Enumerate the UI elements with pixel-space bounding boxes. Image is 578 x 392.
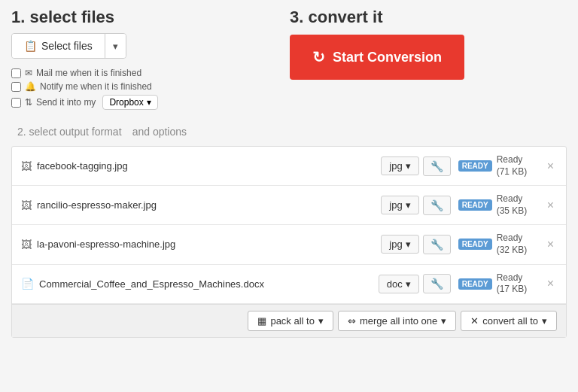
convert-icon: ✕	[470, 315, 479, 327]
ready-info-1: Ready(71 KB)	[497, 154, 528, 178]
format-label-2: jpg	[389, 199, 402, 211]
file-upload-icon: 📋	[24, 40, 37, 52]
convert-arrow: ▾	[542, 315, 547, 327]
dropbox-arrow-icon: ▾	[147, 97, 151, 108]
refresh-icon: ↻	[312, 48, 325, 66]
wrench-icon-3: 🔧	[430, 239, 443, 251]
format-label-4: doc	[387, 278, 403, 290]
table-row: 🖼 rancilio-espresso-maker.jpg jpg ▾ 🔧 RE…	[12, 186, 566, 225]
select-files-group: 📋 Select files ▾	[11, 33, 126, 59]
output-title-text: 2. select output format	[17, 126, 122, 138]
select-files-label: Select files	[41, 40, 93, 52]
ready-badge-2: READY	[458, 199, 492, 211]
format-arrow-2: ▾	[406, 199, 411, 211]
dropbox-button[interactable]: Dropbox ▾	[102, 95, 157, 110]
mail-label: Mail me when it is finished	[36, 68, 141, 78]
close-button-4[interactable]: ×	[544, 277, 557, 290]
send-label: Send it into my	[36, 97, 96, 108]
notify-icon: 🔔	[25, 81, 36, 92]
pack-all-button[interactable]: ▦ pack all to ▾	[248, 311, 333, 331]
start-conversion-label: Start Conversion	[333, 50, 442, 65]
wrench-button-1[interactable]: 🔧	[423, 156, 451, 176]
mail-checkbox[interactable]	[11, 68, 21, 78]
format-arrow-1: ▾	[406, 160, 411, 172]
file-name: rancilio-espresso-maker.jpg	[37, 199, 157, 211]
convert-label: convert all to	[482, 315, 538, 327]
mail-checkbox-item[interactable]: ✉ Mail me when it is finished	[11, 68, 290, 78]
image-file-icon: 🖼	[21, 239, 32, 251]
send-checkbox-item[interactable]: ⇅ Send it into my Dropbox ▾	[11, 95, 290, 110]
format-controls: doc ▾ 🔧	[379, 274, 451, 293]
format-label-1: jpg	[389, 160, 402, 172]
format-controls: jpg ▾ 🔧	[381, 235, 450, 254]
select-files-button[interactable]: 📋 Select files	[12, 34, 105, 58]
merge-arrow: ▾	[441, 315, 446, 327]
file-name: Commercial_Coffee_and_Espresso_Machines.…	[39, 278, 264, 290]
ready-col-4: READY Ready(17 KB)	[458, 272, 541, 296]
ready-badge-4: READY	[458, 278, 492, 290]
step3-title: 3. convert it	[290, 8, 464, 27]
bottom-bar: ▦ pack all to ▾ ⇔ merge all into one ▾ ✕…	[12, 304, 566, 337]
merge-label: merge all into one	[360, 315, 437, 327]
format-controls: jpg ▾ 🔧	[381, 156, 450, 176]
ready-col-3: READY Ready(32 KB)	[458, 232, 541, 256]
send-checkbox[interactable]	[11, 98, 21, 108]
file-name-col: 🖼 la-pavoni-espresso-machine.jpg	[21, 239, 381, 251]
step3-section: 3. convert it ↻ Start Conversion	[290, 8, 464, 80]
wrench-icon-1: 🔧	[430, 160, 443, 172]
ready-info-2: Ready(35 KB)	[497, 193, 528, 217]
format-arrow-4: ▾	[406, 278, 411, 290]
header-row: 1. select files 📋 Select files ▾ ✉ Mail …	[11, 8, 567, 110]
files-table: 🖼 facebook-tagging.jpg jpg ▾ 🔧 READY Rea…	[11, 146, 567, 338]
options-group: ✉ Mail me when it is finished 🔔 Notify m…	[11, 68, 290, 110]
format-select-doc-4[interactable]: doc ▾	[379, 275, 419, 293]
format-arrow-3: ▾	[406, 239, 411, 250]
file-name: la-pavoni-espresso-machine.jpg	[37, 239, 175, 250]
pack-label: pack all to	[270, 315, 315, 327]
ready-info-4: Ready(17 KB)	[497, 272, 528, 296]
ready-info-3: Ready(32 KB)	[497, 232, 528, 256]
main-container: 1. select files 📋 Select files ▾ ✉ Mail …	[0, 0, 578, 345]
wrench-button-4[interactable]: 🔧	[423, 274, 451, 293]
wrench-icon-4: 🔧	[430, 278, 443, 290]
step1-title: 1. select files	[11, 8, 290, 27]
merge-all-button[interactable]: ⇔ merge all into one ▾	[338, 311, 456, 331]
close-button-2[interactable]: ×	[544, 199, 557, 212]
dropbox-label: Dropbox	[109, 97, 143, 108]
table-row: 📄 Commercial_Coffee_and_Espresso_Machine…	[12, 265, 566, 304]
section-right: 3. convert it ↻ Start Conversion	[290, 8, 567, 80]
wrench-button-2[interactable]: 🔧	[423, 196, 451, 215]
wrench-button-3[interactable]: 🔧	[423, 235, 451, 254]
convert-all-button[interactable]: ✕ convert all to ▾	[461, 311, 557, 331]
dropdown-arrow-icon: ▾	[113, 41, 118, 52]
file-name: facebook-tagging.jpg	[37, 160, 128, 172]
ready-col-1: READY Ready(71 KB)	[458, 154, 541, 178]
notify-checkbox[interactable]	[11, 82, 21, 92]
format-label-3: jpg	[389, 239, 402, 250]
wrench-icon-2: 🔧	[430, 199, 443, 211]
start-conversion-button[interactable]: ↻ Start Conversion	[290, 35, 464, 80]
output-subtitle-text: and options	[132, 126, 187, 138]
pack-icon: ▦	[257, 315, 266, 327]
doc-file-icon: 📄	[21, 278, 34, 290]
format-select-jpg-2[interactable]: jpg ▾	[381, 196, 418, 214]
file-name-col: 📄 Commercial_Coffee_and_Espresso_Machine…	[21, 278, 379, 290]
notify-checkbox-item[interactable]: 🔔 Notify me when it is finished	[11, 81, 290, 92]
close-button-3[interactable]: ×	[544, 238, 557, 251]
send-icon: ⇅	[25, 97, 32, 108]
output-format-section: 2. select output format and options 🖼 fa…	[11, 120, 567, 338]
section-left: 1. select files 📋 Select files ▾ ✉ Mail …	[11, 8, 290, 110]
table-row: 🖼 la-pavoni-espresso-machine.jpg jpg ▾ 🔧…	[12, 225, 566, 264]
table-row: 🖼 facebook-tagging.jpg jpg ▾ 🔧 READY Rea…	[12, 147, 566, 186]
file-name-col: 🖼 facebook-tagging.jpg	[21, 160, 381, 172]
image-file-icon: 🖼	[21, 160, 32, 172]
format-select-jpg-3[interactable]: jpg ▾	[381, 235, 418, 254]
image-file-icon: 🖼	[21, 199, 32, 211]
format-controls: jpg ▾ 🔧	[381, 196, 450, 215]
pack-arrow: ▾	[318, 315, 324, 327]
select-files-dropdown[interactable]: ▾	[105, 34, 126, 58]
ready-col-2: READY Ready(35 KB)	[458, 193, 541, 217]
format-select-jpg-1[interactable]: jpg ▾	[381, 156, 418, 175]
close-button-1[interactable]: ×	[544, 160, 557, 173]
merge-icon: ⇔	[348, 315, 356, 327]
